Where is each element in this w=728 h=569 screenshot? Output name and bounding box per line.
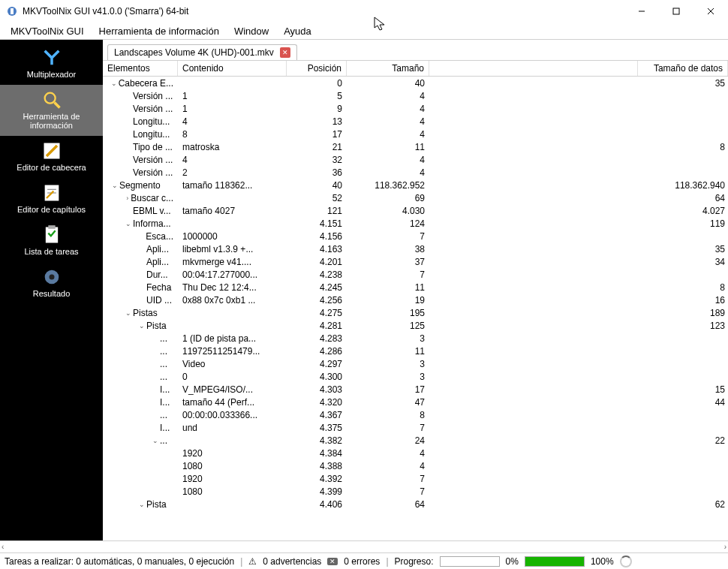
expander-icon[interactable]: ⌄ (124, 220, 133, 227)
table-row[interactable]: Versión ...2364 (103, 166, 728, 179)
table-row[interactable]: ⌄Pista4.4066462 (103, 498, 728, 510)
table-row[interactable]: Apli...mkvmerge v41....4.2013734 (103, 255, 728, 268)
tab-label: Landscapes Volume 4K (UHD)-001.mkv (114, 47, 274, 58)
close-button[interactable] (693, 0, 728, 23)
status-tasks: Tareas a realizar: 0 automáticas, 0 manu… (5, 556, 234, 567)
cell-size: 3 (347, 372, 429, 382)
table-row[interactable]: ⌄Segmentotamaño 118362...40118.362.95211… (103, 179, 728, 191)
table-row[interactable]: UID ...0x88 0x7c 0xb1 ...4.2561916 (103, 294, 728, 306)
table-row[interactable]: 19204.3927 (103, 472, 728, 485)
cell-size: 11 (347, 142, 429, 152)
table-row[interactable]: ...00:00:00.033366...4.3678 (103, 408, 728, 421)
sidebar-item-info[interactable]: Herramienta de información (0, 85, 103, 136)
table-row[interactable]: EBML v...tamaño 40271214.0304.027 (103, 204, 728, 217)
expander-icon[interactable]: ⌄ (124, 309, 133, 317)
table-row[interactable]: Apli...libebml v1.3.9 +...4.1633835 (103, 242, 728, 255)
cell-size: 4 (347, 116, 429, 127)
col-posicion[interactable]: Posición (287, 61, 347, 76)
table-row[interactable]: ⌄Pista4.281125123 (103, 319, 728, 332)
cell-position: 36 (287, 167, 347, 178)
menu-window[interactable]: Window (227, 24, 276, 38)
expander-icon[interactable]: ⌄ (110, 80, 119, 87)
table-row[interactable]: I...tamaño 44 (Perf...4.3204744 (103, 396, 728, 408)
table-row[interactable]: Longitu...8174 (103, 128, 728, 140)
menu-info-tool[interactable]: Herramienta de información (92, 24, 227, 38)
table-row[interactable]: ...04.3003 (103, 370, 728, 383)
cell-position: 21 (287, 142, 347, 152)
maximize-button[interactable] (659, 0, 693, 23)
cell-data-size: 119 (638, 218, 728, 229)
cell-size: 118.362.952 (347, 180, 429, 191)
cell-content: 1080 (178, 486, 287, 497)
scroll-right-icon[interactable]: › (724, 543, 726, 551)
table-row[interactable]: 10804.3884 (103, 459, 728, 472)
table-row[interactable]: Tipo de ...matroska21118 (103, 140, 728, 153)
sidebar-item-label: Editor de capítulos (3, 205, 100, 214)
table-row[interactable]: Versión ...4324 (103, 153, 728, 166)
cell-position: 4.201 (287, 257, 347, 267)
table-row[interactable]: ...1 (ID de pista pa...4.2833 (103, 332, 728, 345)
table-row[interactable]: ›Buscar c...526964 (103, 191, 728, 204)
table-row[interactable]: ⌄Informa...4.151124119 (103, 217, 728, 230)
cell-content: 1920 (178, 448, 287, 459)
col-elementos[interactable]: Elementos (103, 61, 178, 76)
table-row[interactable]: I...und4.3757 (103, 421, 728, 434)
table-row[interactable]: FechaThu Dec 12 12:4...4.245118 (103, 281, 728, 294)
table-row[interactable]: Dur...00:04:17.277000...4.2387 (103, 268, 728, 281)
table-row[interactable]: ⌄Cabecera E...04035 (103, 77, 728, 89)
table-row[interactable]: 10804.3997 (103, 485, 728, 498)
cell-size: 3 (347, 359, 429, 369)
expander-icon[interactable]: ⌄ (137, 322, 146, 330)
cell-content: 8 (178, 129, 287, 140)
table-row[interactable]: Longitu...4134 (103, 115, 728, 128)
tree-view[interactable]: Elementos Contenido Posición Tamaño Tama… (103, 61, 728, 540)
cell-content: 1000000 (178, 231, 287, 242)
elem-label: Dur... (146, 269, 168, 280)
cell-size: 11 (347, 346, 429, 357)
menu-help[interactable]: Ayuda (276, 24, 319, 38)
expander-icon[interactable]: ⌄ (137, 501, 146, 508)
col-tamano[interactable]: Tamaño (347, 61, 429, 76)
svg-rect-3 (673, 8, 679, 14)
expander-icon[interactable]: ⌄ (110, 182, 119, 189)
elem-label: Pista (146, 321, 167, 331)
cell-content: 11972511251479... (178, 346, 287, 357)
table-row[interactable]: ⌄Pistas4.275195189 (103, 306, 728, 319)
elem-label: I... (160, 384, 170, 395)
horizontal-scrollbar[interactable]: ‹ › (0, 540, 728, 552)
cell-size: 4 (347, 448, 429, 459)
table-row[interactable]: ⌄...4.3822422 (103, 434, 728, 447)
cell-size: 125 (347, 321, 429, 331)
svg-rect-13 (48, 225, 55, 229)
table-row[interactable]: I...V_MPEG4/ISO/...4.3031715 (103, 383, 728, 396)
tab-file[interactable]: Landscapes Volume 4K (UHD)-001.mkv ✕ (107, 44, 297, 60)
col-tamano-datos[interactable]: Tamaño de datos (638, 61, 728, 76)
cell-content: matroska (178, 142, 287, 152)
table-row[interactable]: Versión ...154 (103, 89, 728, 102)
menu-mkvtoolnix[interactable]: MKVToolNix GUI (3, 24, 92, 38)
table-row[interactable]: 19204.3844 (103, 447, 728, 459)
status-warnings[interactable]: 0 advertencias (263, 556, 321, 567)
sidebar-item-output[interactable]: Resultado (0, 262, 103, 304)
col-contenido[interactable]: Contenido (178, 61, 287, 76)
sidebar-item-multiplexer[interactable]: Multiplexador (0, 43, 103, 85)
table-row[interactable]: ...Video4.2973 (103, 357, 728, 370)
cell-data-size: 35 (638, 78, 728, 89)
expander-icon[interactable]: ⌄ (151, 437, 160, 444)
cell-size: 4 (347, 129, 429, 140)
elem-label: Apli... (146, 244, 169, 254)
minimize-button[interactable] (624, 0, 659, 23)
status-errors[interactable]: 0 errores (344, 556, 380, 567)
elem-label: Pistas (133, 308, 158, 318)
sidebar-item-job-queue[interactable]: Lista de tareas (0, 220, 103, 262)
table-row[interactable]: Versión ...194 (103, 102, 728, 115)
sidebar-item-chapter-editor[interactable]: Editor de capítulos (0, 178, 103, 220)
scroll-left-icon[interactable]: ‹ (2, 543, 4, 551)
progress-bar-current (440, 556, 500, 567)
table-row[interactable]: Esca...10000004.1567 (103, 230, 728, 242)
cell-content: libebml v1.3.9 +... (178, 244, 287, 254)
expander-icon[interactable]: › (124, 194, 131, 202)
tab-close-icon[interactable]: ✕ (280, 47, 290, 58)
table-row[interactable]: ...11972511251479...4.28611 (103, 345, 728, 357)
sidebar-item-header-editor[interactable]: Editor de cabecera (0, 136, 103, 178)
